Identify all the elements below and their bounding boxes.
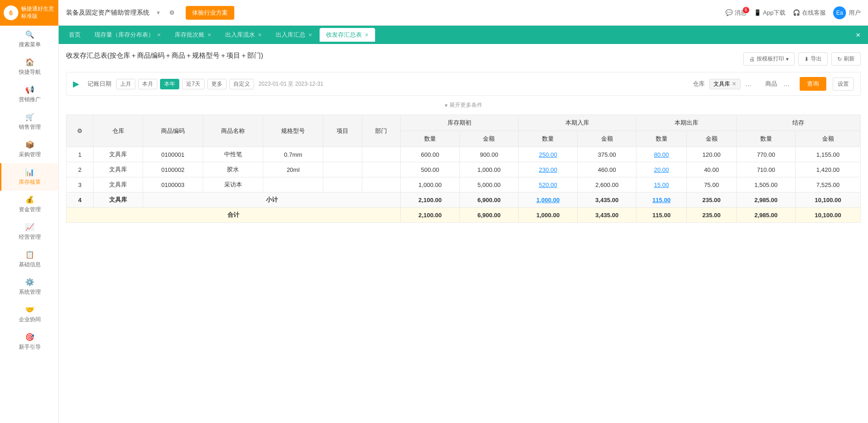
warehouse-more-btn[interactable]: ... — [745, 80, 751, 88]
date-btn-more[interactable]: 更多 — [207, 79, 227, 89]
th-opening-group: 库存期初 — [401, 115, 519, 131]
cell-index: 2 — [66, 162, 94, 177]
sidebar-item-basic[interactable]: 📋 基础信息 — [0, 246, 58, 273]
headset-icon: 🎧 — [793, 9, 800, 16]
chevron-down-icon: ▾ — [445, 102, 448, 109]
warehouse-tag: 文具库 ✕ — [709, 79, 741, 89]
cell-out-qty[interactable]: 80.00 — [636, 147, 686, 162]
sidebar-item-label: 经营管理 — [19, 233, 41, 241]
expand-more-btn[interactable]: ▾ 展开更多条件 — [445, 101, 482, 109]
subtotal-out-amt: 235.00 — [686, 192, 736, 208]
export-button[interactable]: ⬇ 导出 — [798, 52, 828, 66]
cell-in-qty[interactable]: 250.00 — [519, 147, 578, 162]
subtotal-in-qty[interactable]: 1,000.00 — [519, 192, 578, 208]
date-btn-7days[interactable]: 近7天 — [182, 79, 205, 89]
th-project: 项目 — [323, 115, 362, 147]
sidebar-item-guide[interactable]: 🎯 新手引导 — [0, 328, 58, 356]
sidebar-item-marketing[interactable]: 📢 营销推广 — [0, 81, 58, 108]
date-btn-this-year[interactable]: 本年 — [160, 79, 179, 89]
logo-area: 6 畅捷通好生意 标准版 — [0, 0, 58, 26]
subtotal-balance-qty: 2,985.00 — [736, 192, 796, 208]
cell-out-qty[interactable]: 20.00 — [636, 162, 686, 177]
subtotal-out-qty[interactable]: 115.00 — [636, 192, 686, 208]
refresh-button[interactable]: ↻ 刷新 — [831, 52, 861, 66]
date-btn-custom[interactable]: 自定义 — [229, 79, 254, 89]
cell-opening-amt: 900.00 — [459, 147, 519, 162]
date-range-display: 2023-01-01 至 2023-12-31 — [259, 80, 323, 88]
cell-opening-amt: 1,000.00 — [459, 162, 519, 177]
cell-out-amt: 75.00 — [686, 177, 736, 192]
trial-button[interactable]: 体验行业方案 — [186, 6, 234, 20]
cell-dept — [362, 147, 400, 162]
query-button[interactable]: 查询 — [800, 77, 826, 91]
tab-close-stock-dist[interactable]: ✕ — [157, 32, 161, 38]
th-in-qty: 数量 — [519, 131, 578, 147]
inventory-icon: 📊 — [25, 168, 34, 176]
tab-close-recv-send-summary[interactable]: ✕ — [365, 32, 369, 38]
cell-in-qty[interactable]: 520.00 — [519, 177, 578, 192]
sidebar-item-label: 快捷导航 — [19, 68, 41, 76]
tab-close-batch[interactable]: ✕ — [207, 32, 211, 38]
th-opening-qty: 数量 — [401, 131, 460, 147]
cell-in-qty[interactable]: 230.00 — [519, 162, 578, 177]
total-in-qty: 1,000.00 — [519, 208, 578, 223]
sidebar-item-search[interactable]: 🔍 搜索菜单 — [0, 26, 58, 53]
th-dept: 部门 — [362, 115, 400, 147]
warehouse-filter-label: 仓库 — [693, 80, 705, 88]
cell-project — [323, 162, 362, 177]
th-settings[interactable]: ⚙ — [66, 115, 94, 147]
tab-stock-dist[interactable]: 现存量（库存分布表） ✕ — [88, 28, 167, 42]
cell-warehouse: 文具库 — [94, 162, 143, 177]
print-button[interactable]: 🖨 按模板打印 ▾ — [743, 52, 795, 66]
cell-out-qty[interactable]: 15.00 — [636, 177, 686, 192]
cell-opening-qty: 500.00 — [401, 162, 460, 177]
goods-filter-label: 商品 — [765, 80, 777, 88]
search-icon: 🔍 — [25, 30, 34, 39]
total-opening-amt: 6,900.00 — [459, 208, 519, 223]
tab-bar: 首页 现存量（库存分布表） ✕ 库存批次账 ✕ 出入库流水 ✕ 出入库汇总 ✕ … — [59, 26, 868, 44]
sidebar-item-finance[interactable]: 💰 资金管理 — [0, 191, 58, 218]
date-btn-this-month[interactable]: 本月 — [138, 79, 157, 89]
tab-batch[interactable]: 库存批次账 ✕ — [168, 28, 218, 42]
settings-icon[interactable]: ⚙ — [169, 9, 175, 16]
cell-project — [323, 177, 362, 192]
export-icon: ⬇ — [804, 56, 809, 62]
sidebar-item-label: 库存核算 — [19, 178, 41, 186]
message-btn[interactable]: 💬 消息 6 — [725, 9, 746, 17]
tab-close-inout-flow[interactable]: ✕ — [258, 32, 262, 38]
th-out-qty: 数量 — [636, 131, 686, 147]
sidebar-item-label: 营销推广 — [19, 96, 41, 104]
subtotal-row: 4 文具库 小计 2,100.00 6,900.00 1,000.00 3,43… — [66, 192, 861, 208]
system-dropdown-icon[interactable]: ▾ — [157, 9, 160, 16]
logo-icon: 6 — [4, 5, 18, 20]
sidebar-item-purchase[interactable]: 📦 采购管理 — [0, 136, 58, 163]
sidebar-item-system[interactable]: ⚙️ 系统管理 — [0, 273, 58, 301]
content-area: 收发存汇总表(按仓库＋商品编码＋商品＋规格型号＋项目＋部门) 🖨 按模板打印 ▾… — [59, 44, 868, 423]
tab-bar-close-btn[interactable]: ✕ — [852, 30, 864, 40]
tab-home[interactable]: 首页 — [62, 28, 87, 42]
cell-out-amt: 120.00 — [686, 147, 736, 162]
sidebar-item-collab[interactable]: 🤝 企业协同 — [0, 301, 58, 328]
user-menu[interactable]: Ea 用户 — [833, 6, 861, 19]
tab-close-inout-summary[interactable]: ✕ — [308, 32, 312, 38]
tab-inout-flow[interactable]: 出入库流水 ✕ — [219, 28, 268, 42]
filter-toggle-btn[interactable]: ▶ — [73, 79, 79, 89]
sidebar-item-sales[interactable]: 🛒 销售管理 — [0, 108, 58, 136]
settings-button[interactable]: 设置 — [833, 77, 854, 91]
cell-dept — [362, 162, 400, 177]
total-opening-qty: 2,100.00 — [401, 208, 460, 223]
online-service-btn[interactable]: 🎧 在线客服 — [793, 9, 826, 17]
tab-inout-summary[interactable]: 出入库汇总 ✕ — [269, 28, 319, 42]
total-label: 合计 — [66, 208, 401, 223]
warehouse-tag-close[interactable]: ✕ — [732, 81, 736, 87]
goods-more-btn[interactable]: ... — [784, 80, 790, 88]
sidebar-item-inventory[interactable]: 📊 库存核算 — [0, 163, 58, 191]
sidebar-item-operations[interactable]: 📈 经营管理 — [0, 218, 58, 246]
cell-code: 0100002 — [143, 162, 203, 177]
date-filter-group: 上月 本月 本年 近7天 更多 自定义 — [116, 79, 254, 89]
tab-recv-send-summary[interactable]: 收发存汇总表 ✕ — [320, 28, 375, 42]
sidebar-item-quick-nav[interactable]: 🏠 快捷导航 — [0, 53, 58, 81]
cell-opening-qty: 1,000.00 — [401, 177, 460, 192]
date-btn-last-month[interactable]: 上月 — [116, 79, 135, 89]
app-download-btn[interactable]: 📱 App下载 — [754, 9, 785, 17]
